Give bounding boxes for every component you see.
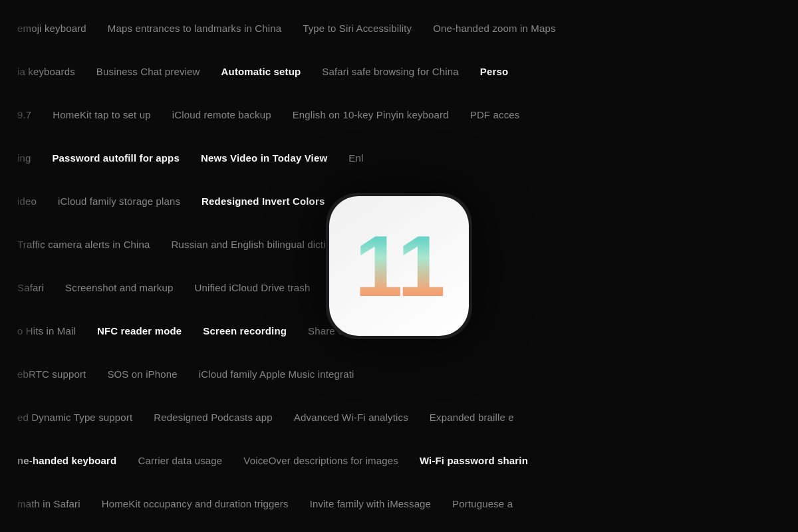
feature-item-3-2: HomeKit tap to set up	[42, 109, 161, 120]
feature-item-1-1: emoji keyboard	[7, 23, 97, 34]
feature-item-7-2: Screenshot and markup	[55, 282, 184, 293]
feature-item-2-1: ia keyboards	[7, 66, 86, 77]
feature-item-8-3: Screen recording	[192, 325, 297, 336]
feature-row-12: math in SafariHomeKit occupancy and dura…	[0, 498, 798, 509]
feature-item-2-3: Automatic setup	[211, 66, 312, 77]
feature-item-3-4: English on 10-key Pinyin keyboard	[282, 109, 460, 120]
feature-item-4-1: ing	[7, 152, 41, 164]
ios-version-number: 11	[354, 223, 444, 309]
feature-item-8-1: o Hits in Mail	[7, 325, 86, 336]
feature-item-10-2: Redesigned Podcasts app	[143, 412, 283, 423]
feature-item-4-4: Enl	[338, 152, 374, 164]
feature-item-6-2: Russian and English bilingual dicti	[161, 239, 336, 250]
feature-item-1-4: One-handed zoom in Maps	[422, 23, 566, 34]
feature-item-11-1: ne-handed keyboard	[7, 455, 127, 466]
feature-item-7-3: Unified iCloud Drive trash	[184, 282, 321, 293]
feature-item-5-1: ideo	[7, 196, 47, 207]
feature-item-5-3: Redesigned Invert Colors	[191, 196, 335, 207]
feature-row-11: ne-handed keyboardCarrier data usageVoic…	[0, 455, 798, 466]
feature-item-10-1: ed Dynamic Type support	[7, 412, 143, 423]
feature-item-2-2: Business Chat preview	[86, 66, 211, 77]
feature-item-3-3: iCloud remote backup	[162, 109, 282, 120]
feature-item-4-2: Password autofill for apps	[41, 152, 190, 164]
feature-row-3: 9.7HomeKit tap to set upiCloud remote ba…	[0, 109, 798, 120]
feature-row-10: ed Dynamic Type supportRedesigned Podcas…	[0, 412, 798, 423]
feature-row-4: ingPassword autofill for appsNews Video …	[0, 152, 798, 164]
feature-item-11-3: VoiceOver descriptions for images	[233, 455, 409, 466]
feature-item-1-2: Maps entrances to landmarks in China	[97, 23, 292, 34]
feature-item-4-3: News Video in Today View	[190, 152, 338, 164]
feature-item-7-1: Safari	[7, 282, 55, 293]
feature-item-10-3: Advanced Wi-Fi analytics	[283, 412, 419, 423]
feature-item-9-3: iCloud family Apple Music integrati	[188, 368, 365, 380]
feature-item-1-3: Type to Siri Accessibility	[292, 23, 422, 34]
feature-item-11-4: Wi-Fi password sharin	[409, 455, 539, 466]
feature-item-10-4: Expanded braille e	[419, 412, 525, 423]
feature-item-12-3: Invite family with iMessage	[299, 498, 442, 509]
feature-item-12-4: Portuguese a	[442, 498, 523, 509]
feature-item-12-1: math in Safari	[7, 498, 91, 509]
feature-item-2-5: Perso	[469, 66, 519, 77]
feature-item-5-2: iCloud family storage plans	[47, 196, 191, 207]
ios-icon-inner: 11	[329, 196, 469, 336]
feature-item-9-1: ebRTC support	[7, 368, 96, 380]
feature-row-1: emoji keyboardMaps entrances to landmark…	[0, 23, 798, 34]
feature-item-3-1: 9.7	[7, 109, 42, 120]
feature-item-2-4: Safari safe browsing for China	[311, 66, 469, 77]
ios-icon-container: 11	[326, 193, 472, 339]
feature-item-9-2: SOS on iPhone	[96, 368, 188, 380]
feature-item-8-2: NFC reader mode	[86, 325, 192, 336]
feature-item-12-2: HomeKit occupancy and duration triggers	[91, 498, 299, 509]
feature-item-6-1: Traffic camera alerts in China	[7, 239, 161, 250]
feature-row-9: ebRTC supportSOS on iPhoneiCloud family …	[0, 368, 798, 380]
feature-item-11-2: Carrier data usage	[127, 455, 233, 466]
feature-row-2: ia keyboardsBusiness Chat previewAutomat…	[0, 66, 798, 77]
feature-item-3-5: PDF acces	[460, 109, 531, 120]
